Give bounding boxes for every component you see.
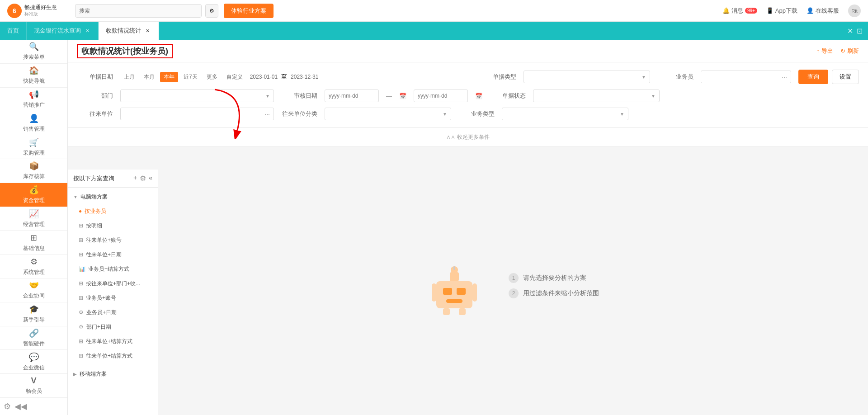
review-date-from[interactable] [325, 90, 379, 102]
tab-bank-flow[interactable]: 现金银行流水查询 ✕ [27, 22, 99, 40]
svg-rect-2 [457, 288, 466, 295]
counterparty-select[interactable]: ··· [120, 108, 274, 120]
app-download-btn[interactable]: 📱 App下载 [766, 7, 797, 15]
close-window-icon[interactable]: ✕ [847, 27, 853, 35]
sidebar-item-marketing[interactable]: 📢 营销推广 [0, 88, 67, 112]
scheme-group-mobile-title[interactable]: ▶ 移动端方案 [68, 367, 158, 381]
collapse-sidebar-icon[interactable]: ◀◀ [14, 401, 27, 411]
nav-settings-btn[interactable]: ⚙ [205, 4, 218, 18]
counterparty-cat-arrow: ▼ [443, 112, 447, 117]
scheme-item-sales-settle[interactable]: 📊 业务员+结算方式 [68, 262, 158, 276]
mobile-group-arrow: ▶ [73, 372, 77, 377]
top-right: 🔔 消息 99+ 📱 App下载 👤 在线客服 Rit [722, 5, 861, 17]
sidebar-item-purchase[interactable]: 🛒 采购管理 [0, 135, 67, 159]
scheme-item-unit-account[interactable]: ⊞ 往来单位+账号 [68, 233, 158, 247]
svg-rect-8 [472, 283, 477, 302]
calendar-icon-from[interactable]: 📅 [399, 93, 406, 99]
maximize-icon[interactable]: ⊡ [857, 27, 863, 35]
review-date-to[interactable] [414, 90, 468, 102]
scheme-item-unit-settle-1[interactable]: ⊞ 往来单位+结算方式 [68, 334, 158, 349]
svg-rect-9 [443, 308, 450, 315]
filter-row-counterparty: 往来单位 ··· 往来单位分类 ▼ 业务类型 ▼ [77, 108, 859, 120]
scheme-collapse-btn[interactable]: « [149, 174, 152, 183]
sidebar-item-quicknav[interactable]: 🏠 快捷导航 [0, 64, 67, 88]
counterparty-cat-select[interactable]: ▼ [325, 108, 451, 120]
guide-icon: 🎓 [29, 304, 39, 314]
sidebar-item-sales[interactable]: 👤 销售管理 [0, 111, 67, 135]
sales-account-icon: ⊞ [79, 295, 83, 301]
sidebar-item-basic[interactable]: ⊞ 基础信息 [0, 231, 67, 255]
date-tab-last-month[interactable]: 上月 [120, 72, 138, 82]
messages-badge: 99+ [745, 8, 757, 14]
sidebar-item-inventory[interactable]: 📦 库存核算 [0, 159, 67, 183]
messages-btn[interactable]: 🔔 消息 99+ [722, 7, 757, 15]
add-scheme-btn[interactable]: + [133, 174, 137, 183]
step-num-1: 1 [509, 273, 519, 283]
service-icon: 👤 [807, 7, 814, 14]
purchase-icon: 🛒 [29, 137, 39, 147]
salesperson-dots[interactable]: ··· [782, 73, 787, 80]
sidebar-item-search[interactable]: 🔍 搜索菜单 [0, 40, 67, 64]
settings-bottom-icon[interactable]: ⚙ [4, 401, 11, 411]
filter-row-dept: 部门 ▼ 审核日期 — 📅 📅 单据状态 ▼ [77, 90, 859, 102]
sidebar-item-guide[interactable]: 🎓 新手引导 [0, 302, 67, 326]
sidebar-item-operations[interactable]: 📈 经营管理 [0, 207, 67, 231]
refresh-btn[interactable]: ↻ 刷新 [840, 47, 859, 55]
scheme-group-mobile: ▶ 移动端方案 [68, 365, 158, 383]
export-btn[interactable]: ↑ 导出 [817, 47, 834, 55]
biz-type-arrow: ▼ [620, 112, 624, 117]
system-icon: ⚙ [30, 257, 38, 267]
search-input[interactable] [75, 4, 202, 18]
biz-type-select[interactable]: ▼ [502, 108, 628, 120]
bottom-panel: 按以下方案查询 + ⚙ « ▼ 电脑端方案 ● 按业务员 [68, 147, 868, 415]
online-service-btn[interactable]: 👤 在线客服 [807, 7, 839, 15]
settings-btn-filter[interactable]: 设置 [832, 70, 859, 84]
doc-status-select[interactable]: ▼ [533, 90, 660, 102]
date-label: 单据日期 [77, 73, 113, 81]
sidebar-item-finance[interactable]: 💰 资金管理 [0, 183, 67, 207]
date-tab-more[interactable]: 更多 [203, 72, 221, 82]
scheme-header-btns: + ⚙ « [133, 174, 152, 183]
date-tab-this-year[interactable]: 本年 [160, 72, 178, 82]
sales-settle-icon: 📊 [79, 266, 85, 272]
sidebar-item-hardware[interactable]: 🔗 智能硬件 [0, 326, 67, 350]
date-tab-custom[interactable]: 自定义 [223, 72, 246, 82]
date-tab-7days[interactable]: 近7天 [180, 72, 201, 82]
doc-type-arrow: ▼ [642, 75, 646, 80]
scheme-group-desktop-title[interactable]: ▼ 电脑端方案 [68, 189, 158, 204]
scheme-item-dept-date[interactable]: ⚙ 部门+日期 [68, 320, 158, 334]
collapse-bar[interactable]: ∧∧ 收起更多条件 [68, 128, 868, 147]
export-icon: ↑ [817, 47, 820, 54]
scheme-item-by-detail[interactable]: ⊞ 按明细 [68, 218, 158, 233]
doc-type-select[interactable]: ▼ [524, 71, 650, 83]
sidebar-item-wechat[interactable]: 💬 企业微信 [0, 350, 67, 374]
tab-home[interactable]: 首页 [0, 22, 27, 40]
scheme-item-unit-dept[interactable]: ⊞ 按往来单位+部门+收... [68, 276, 158, 291]
scheme-settings-btn[interactable]: ⚙ [140, 174, 146, 183]
calendar-icon-to[interactable]: 📅 [475, 93, 482, 99]
sidebar-item-system[interactable]: ⚙ 系统管理 [0, 255, 67, 278]
unit-account-icon: ⊞ [79, 237, 83, 243]
user-avatar[interactable]: Rit [848, 5, 861, 17]
scheme-item-unit-date[interactable]: ⊞ 往来单位+日期 [68, 247, 158, 262]
counterparty-dots[interactable]: ··· [264, 110, 270, 118]
trial-btn[interactable]: 体验行业方案 [224, 4, 274, 18]
date-tab-this-month[interactable]: 本月 [140, 72, 158, 82]
query-btn[interactable]: 查询 [798, 70, 828, 84]
scheme-item-sales-date[interactable]: ⚙ 业务员+日期 [68, 305, 158, 320]
tab-receipt-stats[interactable]: 收款情况统计 ✕ [99, 22, 159, 40]
dept-select[interactable]: ▼ [120, 90, 274, 102]
sidebar-item-member[interactable]: V 畅会员 [0, 374, 67, 398]
wechat-icon: 💬 [29, 352, 39, 362]
svg-rect-3 [446, 299, 462, 303]
empty-robot-icon [427, 254, 481, 317]
tab-bank-flow-close[interactable]: ✕ [84, 27, 91, 34]
scheme-item-unit-settle-2[interactable]: ⊞ 往来单位+结算方式 [68, 349, 158, 363]
scheme-item-sales-account[interactable]: ⊞ 业务员+账号 [68, 291, 158, 305]
search-icon: 🔍 [29, 42, 39, 52]
scheme-item-by-salesperson[interactable]: ● 按业务员 [68, 204, 158, 218]
salesperson-select[interactable]: ··· [701, 71, 791, 83]
sidebar-item-collab[interactable]: 🤝 企业协同 [0, 278, 67, 302]
top-bar: 6 畅捷通好生意 标准版 ⚙ 体验行业方案 🔔 消息 99+ 📱 App下载 👤… [0, 0, 868, 22]
tab-receipt-stats-close[interactable]: ✕ [144, 27, 151, 34]
